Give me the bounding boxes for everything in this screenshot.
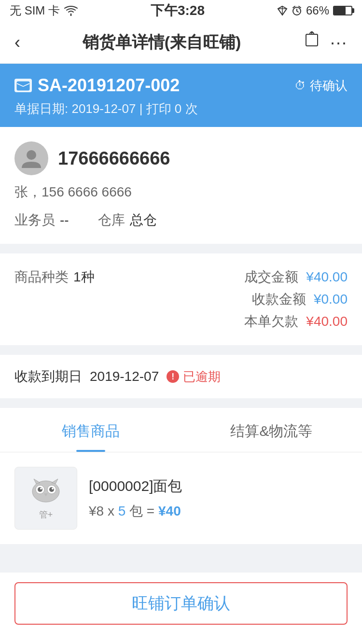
owed-amount-row: 本单欠款 ¥40.00	[244, 312, 348, 331]
location-icon	[277, 5, 288, 16]
svg-point-9	[40, 488, 42, 490]
unit-label: 包	[129, 504, 143, 518]
status-right: 66%	[277, 4, 352, 17]
order-header-top: SA-20191207-002 ⏱ 待确认	[14, 75, 348, 96]
order-date-info: 单据日期: 2019-12-07 | 打印 0 次	[14, 100, 348, 117]
wifi-icon	[64, 5, 78, 16]
svg-point-8	[49, 487, 54, 492]
order-icon	[14, 79, 32, 92]
time-display: 下午3:28	[151, 1, 205, 20]
nav-bar: ‹ 销货单详情(来自旺铺) ···	[0, 21, 362, 64]
deal-amount-row: 成交金额 ¥40.00	[244, 268, 348, 286]
tabs-section: 销售商品 结算&物流等	[0, 408, 362, 544]
sales-rep-item: 业务员 --	[14, 211, 69, 229]
due-date-label: 收款到期日	[14, 367, 82, 386]
sales-rep-value: --	[60, 212, 69, 228]
tab-sales-goods[interactable]: 销售商品	[0, 408, 181, 452]
svg-point-3	[27, 150, 36, 160]
svg-rect-2	[17, 82, 29, 90]
battery-icon	[333, 6, 352, 15]
deal-amount-value: ¥40.00	[306, 269, 348, 285]
overdue-dot-icon: !	[167, 370, 179, 383]
svg-point-7	[38, 487, 42, 492]
overdue-badge: ! 已逾期	[167, 368, 221, 385]
avatar	[14, 141, 48, 175]
warehouse-label: 仓库	[98, 211, 125, 229]
received-amount-value: ¥0.00	[314, 292, 348, 307]
qty-value: 5	[118, 504, 126, 518]
customer-name: 张，156 6666 6666	[14, 183, 348, 201]
price-per-unit: ¥8	[89, 504, 104, 518]
warehouse-item: 仓库 总仓	[98, 211, 157, 229]
confirm-order-button[interactable]: 旺铺订单确认	[14, 582, 348, 625]
total-value: ¥40	[158, 504, 181, 518]
product-item: 管+ [0000002]面包 ¥8 x 5 包 = ¥40	[0, 452, 362, 544]
product-thumbnail: 管+	[14, 467, 77, 530]
logo-text: 管+	[39, 509, 53, 520]
status-left: 无 SIM 卡	[10, 3, 78, 18]
product-thumb-inner: 管+	[27, 476, 65, 520]
owed-amount-label: 本单欠款	[244, 312, 298, 331]
share-icon[interactable]	[303, 31, 320, 53]
received-amount-label: 收款金额	[252, 290, 306, 308]
battery-percent: 66%	[306, 4, 329, 17]
product-types-label: 商品种类	[14, 268, 69, 286]
received-amount-row: 收款金额 ¥0.00	[252, 290, 348, 308]
customer-section: 17666666666 张，156 6666 6666 业务员 -- 仓库 总仓	[0, 127, 362, 244]
owed-amount-value: ¥40.00	[306, 314, 348, 329]
more-icon[interactable]: ···	[330, 32, 348, 53]
order-header-card: SA-20191207-002 ⏱ 待确认 单据日期: 2019-12-07 |…	[0, 64, 362, 127]
owl-logo-icon	[27, 476, 65, 505]
back-button[interactable]: ‹	[14, 32, 20, 53]
warehouse-value: 总仓	[130, 211, 157, 229]
customer-phone: 17666666666	[58, 148, 170, 169]
due-date-section: 收款到期日 2019-12-07 ! 已逾期	[0, 355, 362, 398]
tabs-header: 销售商品 结算&物流等	[0, 408, 362, 452]
customer-top: 17666666666	[14, 141, 348, 175]
page-title: 销货单详情(来自旺铺)	[83, 31, 241, 54]
tab-settlement[interactable]: 结算&物流等	[181, 408, 362, 452]
order-status: ⏱ 待确认	[294, 77, 348, 94]
deal-amount-label: 成交金额	[244, 268, 298, 286]
due-date-value: 2019-12-07	[90, 369, 159, 384]
alarm-icon	[292, 5, 302, 16]
summary-right: 成交金额 ¥40.00 收款金额 ¥0.00 本单欠款 ¥40.00	[244, 268, 348, 331]
clock-icon: ⏱	[294, 79, 306, 92]
product-price-row: ¥8 x 5 包 = ¥40	[89, 502, 348, 520]
sales-rep-label: 业务员	[14, 211, 55, 229]
carrier-text: 无 SIM 卡	[10, 3, 60, 18]
summary-section: 商品种类 1种 成交金额 ¥40.00 收款金额 ¥0.00 本单欠款 ¥40.…	[0, 253, 362, 345]
customer-meta: 业务员 -- 仓库 总仓	[14, 211, 348, 229]
price-separator: x	[108, 504, 118, 518]
equals-sign: =	[147, 504, 158, 518]
bottom-bar: 旺铺订单确认	[0, 573, 362, 644]
status-text: 待确认	[310, 77, 348, 94]
product-info: [0000002]面包 ¥8 x 5 包 = ¥40	[89, 476, 348, 520]
svg-rect-1	[306, 34, 318, 46]
nav-actions: ···	[303, 31, 348, 53]
summary-left: 商品种类 1种	[14, 268, 95, 286]
status-bar: 无 SIM 卡 下午3:28 66%	[0, 0, 362, 21]
order-id: SA-20191207-002	[14, 75, 180, 96]
overdue-text: 已逾期	[183, 368, 221, 385]
product-types-value: 1种	[73, 268, 95, 286]
product-name: [0000002]面包	[89, 476, 348, 496]
svg-point-10	[52, 488, 54, 490]
